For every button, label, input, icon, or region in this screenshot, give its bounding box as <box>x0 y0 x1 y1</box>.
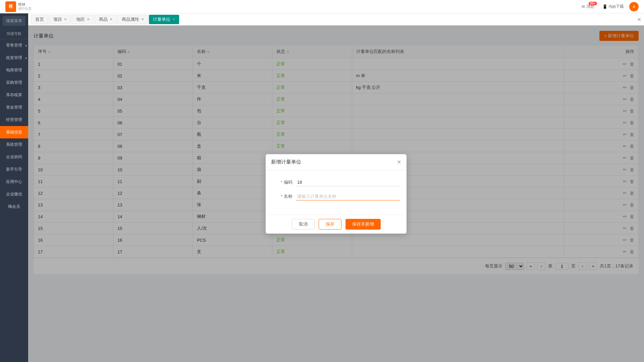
sidebar-item-label: 基础信息 <box>6 130 22 134</box>
required-star: * <box>281 180 282 185</box>
tab-product-attr-close[interactable]: ✕ <box>141 17 144 21</box>
tab-project[interactable]: 项目 ✕ <box>49 15 71 24</box>
name-input[interactable] <box>296 192 400 200</box>
sidebar-item-finance[interactable]: 资金管理 <box>0 101 28 114</box>
logo-area: 橙 橙林 进行生意 <box>5 1 34 12</box>
modal-footer: 取消 保存 保存并新增 <box>266 215 407 234</box>
tab-home[interactable]: 首页 <box>31 15 48 24</box>
sidebar-item-basic[interactable]: 基础信息 <box>0 126 28 138</box>
tab-product[interactable]: 商品 ✕ <box>95 15 117 24</box>
modal-body: *编码 *名称 <box>266 170 407 215</box>
tab-project-close[interactable]: ✕ <box>64 17 67 21</box>
tab-product-label: 商品 <box>99 16 108 22</box>
tab-project-label: 项目 <box>53 16 62 22</box>
sidebar-item-appcenter[interactable]: 应用中心 <box>0 176 28 188</box>
chevron-down-icon: ▾ <box>25 44 27 47</box>
user-avatar[interactable]: A <box>629 2 639 11</box>
sidebar-item-label: 企业微信 <box>6 192 22 196</box>
app-download-button[interactable]: 📱 App下载 <box>602 4 624 9</box>
modal-close-button[interactable]: ✕ <box>397 159 401 165</box>
tab-region[interactable]: 地区 ✕ <box>72 15 94 24</box>
sidebar-item-label: 经营管理 <box>6 117 22 122</box>
modal-title: 新增计量单位 <box>271 159 301 165</box>
logo-text: 橙林 <box>18 2 32 7</box>
sidebar-item-label: 零售管理 <box>6 43 22 48</box>
close-all-tabs-button[interactable]: ✕ <box>637 16 641 22</box>
code-field-row: *编码 <box>272 178 400 186</box>
main-layout: 搜索菜单 快捷导航 零售管理 ▾ 批发管理 ▾ 电商管理 采购管理 库存核算 资… <box>0 13 644 362</box>
required-star-name: * <box>281 194 282 199</box>
tab-bar: 首页 项目 ✕ 地区 ✕ 商品 ✕ 商品属性 ✕ 计量单位 ✕ ✕ <box>28 13 644 25</box>
page-content: 计量单位 + 新增计量单位 序号⇅ 编码⇅ 名称⇅ 状态⇅ 计量单位匹配的名称列… <box>28 25 644 362</box>
sidebar-item-label: 库存核算 <box>6 93 22 97</box>
cancel-button[interactable]: 取消 <box>292 219 315 230</box>
tab-unit[interactable]: 计量单位 ✕ <box>149 15 179 24</box>
sidebar-item-label: 新手引导 <box>6 167 22 172</box>
sidebar-item-enterprise[interactable]: 企业微信 <box>0 188 28 200</box>
modal-header: 新增计量单位 ✕ <box>266 154 407 170</box>
sidebar-item-partner[interactable]: 企业协同 <box>0 151 28 163</box>
content-area: 首页 项目 ✕ 地区 ✕ 商品 ✕ 商品属性 ✕ 计量单位 ✕ ✕ <box>28 13 644 362</box>
code-input[interactable] <box>296 178 400 186</box>
sidebar-item-label: 应用中心 <box>6 179 22 184</box>
sidebar-item-vip[interactable]: 嗨会员 <box>0 200 28 213</box>
message-button[interactable]: ✉ 消息 99+ <box>582 4 594 9</box>
sidebar-item-label: 嗨会员 <box>8 204 20 209</box>
sidebar-item-label: 电商管理 <box>6 68 22 72</box>
message-icon: ✉ <box>582 4 585 9</box>
tab-unit-label: 计量单位 <box>153 16 170 22</box>
tab-home-label: 首页 <box>35 16 44 22</box>
sidebar-item-retail[interactable]: 零售管理 ▾ <box>0 39 28 52</box>
logo-sub: 进行生意 <box>18 7 32 11</box>
sidebar-item-ecommerce[interactable]: 电商管理 <box>0 64 28 76</box>
logo-icon: 橙 <box>5 1 16 12</box>
search-menu-button[interactable]: 搜索菜单 <box>3 16 25 26</box>
modal-overlay: 新增计量单位 ✕ *编码 *名称 <box>28 25 644 362</box>
sidebar-search-area: 搜索菜单 <box>0 13 28 28</box>
save-and-new-button[interactable]: 保存并新增 <box>345 219 381 230</box>
sidebar-item-label: 系统管理 <box>6 142 22 147</box>
sidebar-item-purchase[interactable]: 采购管理 <box>0 76 28 89</box>
tab-product-close[interactable]: ✕ <box>110 17 112 21</box>
sidebar-item-wholesale[interactable]: 批发管理 ▾ <box>0 52 28 64</box>
sidebar: 搜索菜单 快捷导航 零售管理 ▾ 批发管理 ▾ 电商管理 采购管理 库存核算 资… <box>0 13 28 362</box>
sidebar-item-label: 批发管理 <box>6 55 22 60</box>
tab-region-close[interactable]: ✕ <box>87 17 90 21</box>
message-badge: 99+ <box>589 2 597 5</box>
top-header: 橙 橙林 进行生意 ✉ 消息 99+ 📱 App下载 A <box>0 0 644 13</box>
sidebar-item-system[interactable]: 系统管理 <box>0 138 28 151</box>
quick-nav-button[interactable]: 快捷导航 <box>0 28 28 39</box>
name-label: *名称 <box>272 193 292 199</box>
tab-product-attr-label: 商品属性 <box>122 16 139 22</box>
sidebar-item-label: 资金管理 <box>6 105 22 110</box>
tab-product-attr[interactable]: 商品属性 ✕ <box>117 15 148 24</box>
sidebar-item-inventory[interactable]: 库存核算 <box>0 89 28 101</box>
save-button[interactable]: 保存 <box>319 219 341 230</box>
tab-region-label: 地区 <box>76 16 85 22</box>
add-unit-modal: 新增计量单位 ✕ *编码 *名称 <box>266 154 407 234</box>
sidebar-item-operation[interactable]: 经营管理 <box>0 114 28 126</box>
app-icon: 📱 <box>602 4 607 9</box>
app-download-label: App下载 <box>609 4 624 9</box>
header-right: ✉ 消息 99+ 📱 App下载 A <box>582 2 639 11</box>
chevron-down-icon: ▾ <box>25 56 27 60</box>
code-label: *编码 <box>272 179 292 185</box>
sidebar-item-newbie[interactable]: 新手引导 <box>0 163 28 176</box>
name-field-row: *名称 <box>272 192 400 200</box>
sidebar-item-label: 采购管理 <box>6 80 22 85</box>
sidebar-item-label: 企业协同 <box>6 155 22 159</box>
tab-unit-close[interactable]: ✕ <box>172 17 175 21</box>
